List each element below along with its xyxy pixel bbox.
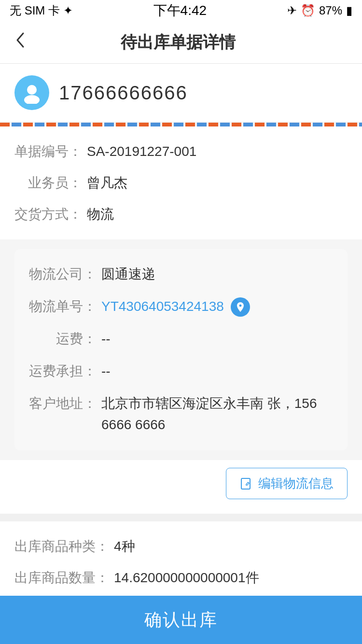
goods-quantity-value: 14.620000000000001件 — [114, 567, 348, 589]
logistics-freight-label: 运费： — [29, 328, 101, 350]
sim-status: 无 SIM 卡 ✦ — [10, 3, 73, 18]
logistics-address-row: 客户地址： 北京市市辖区海淀区永丰南 张，156 6666 6666 — [29, 393, 333, 436]
goods-types-row: 出库商品种类： 4种 — [14, 536, 348, 558]
edit-logistics-button[interactable]: 编辑物流信息 — [226, 468, 348, 499]
page-title: 待出库单据详情 — [36, 31, 320, 54]
doc-number-value: SA-20191227-001 — [87, 141, 348, 163]
customer-phone-section: 17666666666 — [0, 64, 362, 122]
tracking-location-icon[interactable] — [231, 297, 250, 317]
logistics-tracking-label: 物流单号： — [29, 296, 101, 318]
status-bar: 无 SIM 卡 ✦ 下午4:42 ✈ ⏰ 87% ▮ — [0, 0, 362, 21]
logistics-address-value: 北京市市辖区海淀区永丰南 张，156 6666 6666 — [101, 393, 333, 436]
basic-info-section: 单据编号： SA-20191227-001 业务员： 曾凡杰 交货方式： 物流 — [0, 126, 362, 239]
alarm-icon: ⏰ — [301, 4, 315, 17]
salesman-value: 曾凡杰 — [87, 172, 348, 194]
logistics-freight-bear-row: 运费承担： -- — [29, 361, 333, 382]
status-left: 无 SIM 卡 ✦ — [10, 3, 73, 18]
confirm-button-label: 确认出库 — [144, 608, 218, 632]
logistics-address-label: 客户地址： — [29, 393, 101, 415]
confirm-button[interactable]: 确认出库 — [0, 596, 362, 644]
avatar — [14, 75, 49, 110]
nav-bar: 待出库单据详情 — [0, 21, 362, 64]
section-divider — [0, 514, 362, 521]
logistics-tracking-row: 物流单号： YT43064053424138 — [29, 296, 333, 318]
goods-types-label: 出库商品种类： — [14, 536, 114, 558]
svg-point-0 — [27, 85, 37, 95]
logistics-company-value: 圆通速递 — [101, 264, 333, 285]
salesman-label: 业务员： — [14, 172, 87, 194]
salesman-row: 业务员： 曾凡杰 — [14, 172, 348, 194]
logistics-freight-row: 运费： -- — [29, 328, 333, 350]
location-status-icon: ✈ — [287, 4, 297, 17]
battery-status: 87% — [319, 4, 342, 17]
decorative-divider — [0, 123, 362, 126]
doc-number-label: 单据编号： — [14, 141, 87, 163]
status-time: 下午4:42 — [153, 1, 207, 20]
battery-icon: ▮ — [346, 4, 352, 17]
logistics-freight-bear-label: 运费承担： — [29, 361, 101, 382]
status-right: ✈ ⏰ 87% ▮ — [287, 4, 352, 17]
logistics-tracking-value: YT43064053424138 — [101, 296, 333, 318]
logistics-freight-bear-value: -- — [101, 361, 333, 382]
customer-phone: 17666666666 — [59, 82, 188, 104]
goods-quantity-label: 出库商品数量： — [14, 567, 114, 589]
goods-quantity-row: 出库商品数量： 14.620000000000001件 — [14, 567, 348, 589]
logistics-company-row: 物流公司： 圆通速递 — [29, 264, 333, 285]
edit-logistics-row: 编辑物流信息 — [0, 460, 362, 514]
goods-types-value: 4种 — [114, 536, 348, 558]
delivery-row: 交货方式： 物流 — [14, 204, 348, 225]
svg-point-1 — [24, 95, 40, 104]
delivery-label: 交货方式： — [14, 204, 87, 225]
logistics-card: 物流公司： 圆通速递 物流单号： YT43064053424138 运费： --… — [14, 249, 348, 450]
doc-number-row: 单据编号： SA-20191227-001 — [14, 141, 348, 163]
back-button[interactable] — [14, 26, 36, 59]
edit-icon — [240, 477, 253, 490]
logistics-freight-value: -- — [101, 328, 333, 350]
logistics-company-label: 物流公司： — [29, 264, 101, 285]
goods-section: 出库商品种类： 4种 出库商品数量： 14.620000000000001件 — [0, 521, 362, 603]
delivery-value: 物流 — [87, 204, 348, 225]
edit-logistics-label: 编辑物流信息 — [258, 475, 334, 492]
